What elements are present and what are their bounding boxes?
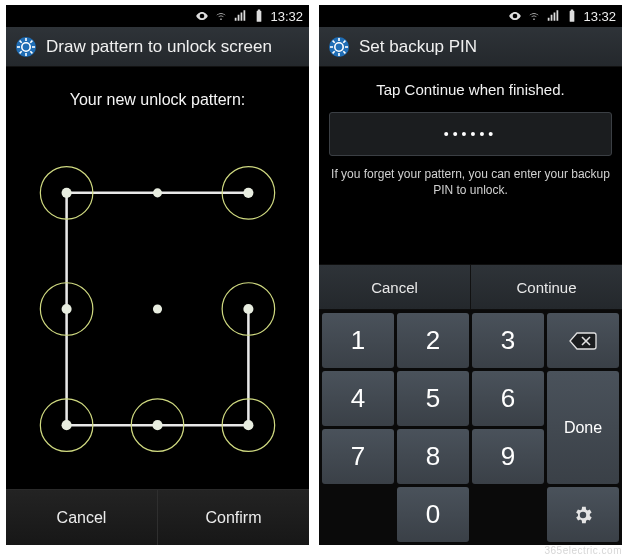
watermark: 365electric.com <box>544 545 622 556</box>
pattern-node-1[interactable] <box>153 188 162 197</box>
action-row: Cancel Continue <box>319 264 622 310</box>
svg-point-16 <box>62 304 72 314</box>
status-bar: 13:32 <box>6 5 309 27</box>
key-7[interactable]: 7 <box>322 429 394 484</box>
settings-gear-icon <box>327 35 351 59</box>
key-done[interactable]: Done <box>547 371 619 484</box>
key-3[interactable]: 3 <box>472 313 544 368</box>
page-title: Set backup PIN <box>359 37 477 57</box>
key-1[interactable]: 1 <box>322 313 394 368</box>
pin-instruction: Tap Continue when finished. <box>319 81 622 98</box>
battery-icon <box>565 9 579 23</box>
continue-button[interactable]: Continue <box>470 265 622 309</box>
pin-hint: If you forget your pattern, you can ente… <box>319 166 622 198</box>
title-bar: Set backup PIN <box>319 27 622 67</box>
signal-icon <box>233 9 247 23</box>
status-time: 13:32 <box>270 9 303 24</box>
numeric-keypad: 1 2 3 4 5 6 Done 7 8 9 0 <box>319 310 622 545</box>
title-bar: Draw pattern to unlock screen <box>6 27 309 67</box>
svg-point-23 <box>152 420 162 430</box>
bottom-bar: Cancel Confirm <box>6 489 309 545</box>
key-9[interactable]: 9 <box>472 429 544 484</box>
wifi-icon <box>214 9 228 23</box>
pattern-node-4[interactable] <box>153 304 162 313</box>
backspace-icon <box>568 331 598 351</box>
cancel-button[interactable]: Cancel <box>319 265 470 309</box>
status-bar: 13:32 <box>319 5 622 27</box>
svg-point-14 <box>243 188 253 198</box>
key-4[interactable]: 4 <box>322 371 394 426</box>
cancel-button[interactable]: Cancel <box>6 490 157 545</box>
backup-pin-screen: 13:32 Set backup PIN Tap Continue when f… <box>319 5 622 545</box>
svg-point-25 <box>243 420 253 430</box>
page-title: Draw pattern to unlock screen <box>46 37 272 57</box>
svg-point-17 <box>153 304 162 313</box>
key-0[interactable]: 0 <box>397 487 469 542</box>
confirm-button[interactable]: Confirm <box>157 490 309 545</box>
pin-input[interactable]: •••••• <box>329 112 612 156</box>
wifi-icon <box>527 9 541 23</box>
key-backspace[interactable] <box>547 313 619 368</box>
signal-icon <box>546 9 560 23</box>
eye-icon <box>508 9 522 23</box>
key-2[interactable]: 2 <box>397 313 469 368</box>
key-5[interactable]: 5 <box>397 371 469 426</box>
gear-icon <box>572 504 594 526</box>
key-6[interactable]: 6 <box>472 371 544 426</box>
svg-point-12 <box>153 188 162 197</box>
key-keyboard-settings[interactable] <box>547 487 619 542</box>
svg-point-11 <box>62 188 72 198</box>
key-8[interactable]: 8 <box>397 429 469 484</box>
pattern-label: Your new unlock pattern: <box>6 91 309 109</box>
status-time: 13:32 <box>583 9 616 24</box>
pattern-grid[interactable] <box>6 129 309 489</box>
battery-icon <box>252 9 266 23</box>
settings-gear-icon <box>14 35 38 59</box>
svg-point-21 <box>62 420 72 430</box>
eye-icon <box>195 9 209 23</box>
svg-point-19 <box>243 304 253 314</box>
pattern-screen: 13:32 Draw pattern to unlock screen Your… <box>6 5 309 545</box>
